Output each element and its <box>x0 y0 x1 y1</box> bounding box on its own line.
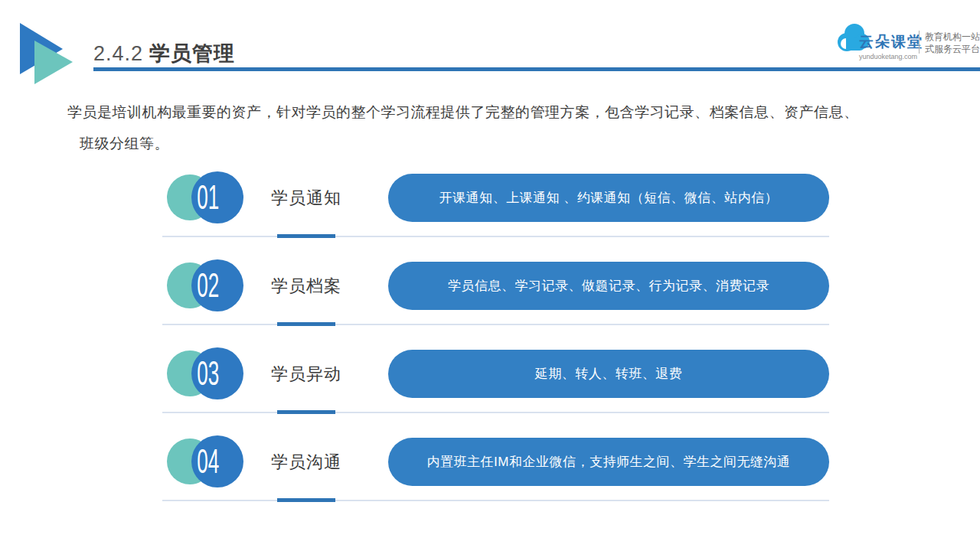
brand-tagline-line2: 式服务云平台 <box>925 43 980 55</box>
triangles-decor-icon <box>0 0 100 96</box>
row-label: 学员档案 <box>270 275 343 298</box>
feature-row-records: 02 学员档案 学员信息、学习记录、做题记录、行为记录、消费记录 <box>0 237 980 325</box>
row-description: 延期、转人、转班、退费 <box>535 365 683 383</box>
brand-text: 云朵课堂 yunduoketang.com <box>859 32 914 60</box>
number-badge: 02 <box>167 259 243 311</box>
feature-row-notifications: 01 学员通知 开课通知、上课通知 、约课通知（短信、微信、站内信） <box>0 149 980 237</box>
intro-line1: 学员是培训机构最重要的资产，针对学员的整个学习流程提供了完整的管理方案，包含学习… <box>67 96 933 128</box>
brand-tagline-line1: 教育机构一站 <box>925 31 980 43</box>
row-description-pill: 延期、转人、转班、退费 <box>388 350 829 398</box>
number-badge: 03 <box>167 347 243 399</box>
number-badge: 04 <box>167 435 243 487</box>
row-description-pill: 开课通知、上课通知 、约课通知（短信、微信、站内信） <box>388 174 829 222</box>
section-number: 2.4.2 <box>93 42 143 65</box>
row-description-pill: 内置班主任IM和企业微信，支持师生之间、学生之间无缝沟通 <box>388 438 829 486</box>
brand-divider <box>919 31 920 54</box>
number-badge: 01 <box>167 171 243 223</box>
row-label: 学员通知 <box>270 187 343 210</box>
slide: 2.4.2学员管理 云朵课堂 yunduoketang.com 教育机构一站 式… <box>0 0 980 551</box>
brand-name: 云朵课堂 <box>859 32 914 52</box>
row-number: 03 <box>197 353 217 394</box>
row-label: 学员异动 <box>270 363 343 386</box>
row-label: 学员沟通 <box>270 451 343 474</box>
feature-row-communication: 04 学员沟通 内置班主任IM和企业微信，支持师生之间、学生之间无缝沟通 <box>0 413 980 501</box>
row-divider-accent <box>277 498 335 502</box>
brand-logo: 云朵课堂 yunduoketang.com 教育机构一站 式服务云平台 <box>835 21 980 61</box>
row-description-pill: 学员信息、学习记录、做题记录、行为记录、消费记录 <box>388 262 829 310</box>
row-divider <box>162 500 829 501</box>
row-number: 01 <box>197 177 217 218</box>
brand-tagline: 教育机构一站 式服务云平台 <box>925 31 980 55</box>
row-description: 开课通知、上课通知 、约课通知（短信、微信、站内信） <box>439 189 779 207</box>
title-text: 学员管理 <box>149 42 235 65</box>
brand-domain: yunduoketang.com <box>859 53 914 60</box>
row-description: 内置班主任IM和企业微信，支持师生之间、学生之间无缝沟通 <box>427 453 791 471</box>
row-number: 04 <box>197 441 217 482</box>
row-number: 02 <box>197 265 217 306</box>
row-description: 学员信息、学习记录、做题记录、行为记录、消费记录 <box>448 277 769 295</box>
title-underline <box>93 67 980 71</box>
feature-row-changes: 03 学员异动 延期、转人、转班、退费 <box>0 325 980 413</box>
page-title: 2.4.2学员管理 <box>93 40 235 67</box>
